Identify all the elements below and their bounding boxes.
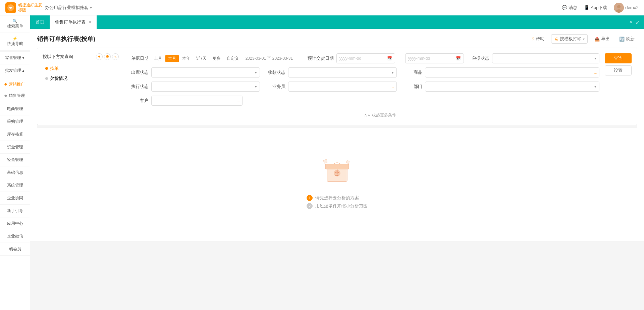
empty-state: 1 请先选择要分析的方案 2 用过滤条件来缩小分析范围 bbox=[37, 128, 637, 236]
order-dot-icon: ● bbox=[4, 81, 7, 87]
scheme-header-label: 按以下方案查询 bbox=[43, 54, 73, 60]
date-tab-this-month[interactable]: 本月 bbox=[165, 55, 179, 62]
search-button[interactable]: 查询 bbox=[605, 53, 632, 63]
submenu-item-debt[interactable]: ● 销售管理 bbox=[0, 90, 30, 101]
scheme-dot-gray bbox=[45, 77, 48, 80]
export-btn[interactable]: 📤 导出 bbox=[592, 35, 612, 43]
customer-input[interactable]: ... bbox=[151, 96, 243, 106]
sidebar-item-operations[interactable]: 经营管理 bbox=[0, 154, 30, 166]
tab-close-icon[interactable]: × bbox=[89, 20, 91, 24]
date-tab-more[interactable]: 更多 bbox=[210, 55, 223, 62]
wholesale-arrow-icon: ▲ bbox=[22, 69, 25, 72]
goods-dots-icon[interactable]: ... bbox=[594, 69, 596, 75]
scheme-add-btn[interactable]: + bbox=[96, 53, 103, 60]
sidebar-item-search-menu[interactable]: 🔍 搜索菜单 bbox=[0, 15, 30, 33]
forecast-date-end[interactable]: yyyy-mm-dd 📅 bbox=[405, 53, 464, 63]
warehouse-status-label: 出库状态 bbox=[128, 69, 149, 75]
svg-rect-5 bbox=[325, 164, 349, 169]
print-arrow-icon: ▾ bbox=[583, 37, 585, 41]
sidebar-item-wholesale-mgmt[interactable]: 批发管理 ▲ bbox=[0, 64, 30, 77]
sidebar-item-quick-nav[interactable]: ⚡ 快捷导航 bbox=[0, 33, 30, 50]
date-tab-custom[interactable]: 自定义 bbox=[224, 55, 241, 62]
empty-tips: 1 请先选择要分析的方案 2 用过滤条件来缩小分析范围 bbox=[307, 195, 368, 209]
sidebar-item-system-mgmt[interactable]: 系统管理 bbox=[0, 179, 30, 192]
date-tab-this-year[interactable]: 本年 bbox=[179, 55, 193, 62]
sidebar-item-newbie-guide[interactable]: 新手引导 bbox=[0, 205, 30, 217]
message-icon: 💬 bbox=[562, 5, 567, 10]
sidebar-item-retail-mgmt[interactable]: 零售管理 ▼ bbox=[0, 52, 30, 64]
scheme-header: 按以下方案查询 + ⚙ « bbox=[43, 53, 119, 60]
breadcrumb-arrow-icon[interactable]: ▾ bbox=[90, 5, 92, 10]
tab-bar: 首页 销售订单执行表 × × ⤢ bbox=[30, 15, 644, 29]
breadcrumb-text: 办公用品行业模拟账套 bbox=[45, 5, 89, 11]
sidebar-item-wechat-enterprise[interactable]: 企业微信 bbox=[0, 230, 30, 243]
sidebar-item-enterprise-collab[interactable]: 企业协同 bbox=[0, 192, 30, 205]
customer-label: 客户 bbox=[128, 98, 149, 104]
execute-arrow-icon: ▾ bbox=[255, 85, 257, 89]
tab-bar-right: × ⤢ bbox=[625, 19, 644, 25]
svg-point-2 bbox=[617, 5, 621, 8]
tab-maximize-icon[interactable]: ⤢ bbox=[636, 19, 640, 25]
department-label: 部门 bbox=[402, 84, 422, 90]
top-header: 畅捷通好生意 标版 办公用品行业模拟账套 ▾ 💬 消息 📱 App下载 bbox=[0, 0, 644, 15]
refresh-icon: 🔄 bbox=[619, 37, 625, 42]
tab-home[interactable]: 首页 bbox=[30, 15, 50, 29]
date-tab-last-month[interactable]: 上月 bbox=[151, 55, 165, 62]
submenu-item-order[interactable]: ● 营销推广 bbox=[0, 79, 30, 90]
salesperson-input[interactable]: ... bbox=[288, 82, 397, 92]
department-dropdown[interactable]: ▾ bbox=[425, 82, 599, 92]
salesperson-dots-icon[interactable]: ... bbox=[391, 84, 394, 90]
phone-icon: 📱 bbox=[584, 5, 589, 10]
salesperson-label: 业务员 bbox=[265, 84, 285, 90]
scheme-item-order[interactable]: 按单 bbox=[43, 63, 119, 73]
customer-dots-icon[interactable]: ... bbox=[237, 98, 239, 104]
sidebar-item-ecommerce[interactable]: 电商管理 bbox=[0, 103, 30, 115]
execute-status-label: 执行状态 bbox=[128, 84, 149, 90]
sidebar-item-inventory[interactable]: 库存核算 bbox=[0, 128, 30, 141]
breadcrumb-area: 办公用品行业模拟账套 ▾ bbox=[45, 5, 92, 11]
page-title-bar: 销售订单执行表(按单) ? 帮助 🖨 按模板打印 ▾ 📤 bbox=[37, 34, 637, 44]
execute-status-dropdown[interactable]: ▾ bbox=[151, 82, 260, 92]
filter-right: 单据日期 上月 本月 本年 近7天 更多 自定义 bbox=[123, 53, 632, 119]
active-tab-label: 销售订单执行表 bbox=[55, 19, 86, 25]
refresh-btn[interactable]: 🔄 刷新 bbox=[616, 35, 637, 43]
empty-state-icon bbox=[320, 155, 354, 188]
page-title: 销售订单执行表(按单) bbox=[37, 35, 95, 43]
tab-minimize-icon[interactable]: × bbox=[629, 19, 632, 25]
status-label: 单据状态 bbox=[469, 55, 489, 61]
collapse-arrow-icon: ∧∧ bbox=[364, 113, 371, 117]
user-action[interactable]: demo2 bbox=[614, 3, 639, 13]
status-dropdown[interactable]: ▾ bbox=[492, 53, 599, 63]
scheme-settings-btn[interactable]: ⚙ bbox=[104, 53, 111, 60]
filter-panel: 按以下方案查询 + ⚙ « 按单 bbox=[37, 48, 637, 125]
sidebar-item-finance[interactable]: 资金管理 bbox=[0, 141, 30, 154]
print-btn[interactable]: 🖨 按模板打印 ▾ bbox=[551, 34, 588, 44]
sidebar: 🔍 搜索菜单 ⚡ 快捷导航 零售管理 ▼ 批发管理 ▲ ● 营销推广 ● 销售管… bbox=[0, 15, 30, 310]
settings-button[interactable]: 设置 bbox=[605, 65, 632, 75]
collapse-bar[interactable]: ∧∧ 收起更多条件 bbox=[128, 110, 632, 119]
forecast-date-start[interactable]: yyyy-mm-dd 📅 bbox=[336, 53, 395, 63]
scheme-collapse-btn[interactable]: « bbox=[112, 53, 119, 60]
app-download-action[interactable]: 📱 App下载 bbox=[584, 5, 607, 11]
tab-sales-order[interactable]: 销售订单执行表 × bbox=[50, 15, 97, 29]
payment-status-dropdown[interactable]: ▾ bbox=[288, 67, 397, 78]
goods-input[interactable]: ... bbox=[425, 67, 599, 78]
sidebar-item-purchase-mgmt[interactable]: 采购管理 bbox=[0, 115, 30, 128]
tip-num-2: 2 bbox=[307, 203, 313, 209]
forecast-start-placeholder: yyyy-mm-dd bbox=[339, 56, 361, 61]
scheme-header-actions: + ⚙ « bbox=[96, 53, 119, 60]
warehouse-status-dropdown[interactable]: ▾ bbox=[151, 67, 260, 78]
scheme-item-stock[interactable]: 欠货情况 bbox=[43, 73, 119, 84]
message-action[interactable]: 💬 消息 bbox=[562, 5, 577, 11]
scheme-dot-orange bbox=[45, 67, 48, 70]
quick-nav-icon: ⚡ bbox=[12, 36, 17, 41]
sidebar-item-app-center[interactable]: 应用中心 bbox=[0, 217, 30, 230]
date-tab-7days[interactable]: 近7天 bbox=[194, 55, 209, 62]
empty-tip-1: 1 请先选择要分析的方案 bbox=[307, 195, 368, 201]
svg-rect-9 bbox=[346, 160, 349, 163]
section-divider bbox=[37, 125, 637, 128]
sidebar-item-membership[interactable]: 畅会员 bbox=[0, 243, 30, 256]
payment-status-label: 收款状态 bbox=[265, 69, 285, 75]
help-btn[interactable]: ? 帮助 bbox=[529, 35, 547, 43]
sidebar-item-basic-info[interactable]: 基础信息 bbox=[0, 166, 30, 179]
